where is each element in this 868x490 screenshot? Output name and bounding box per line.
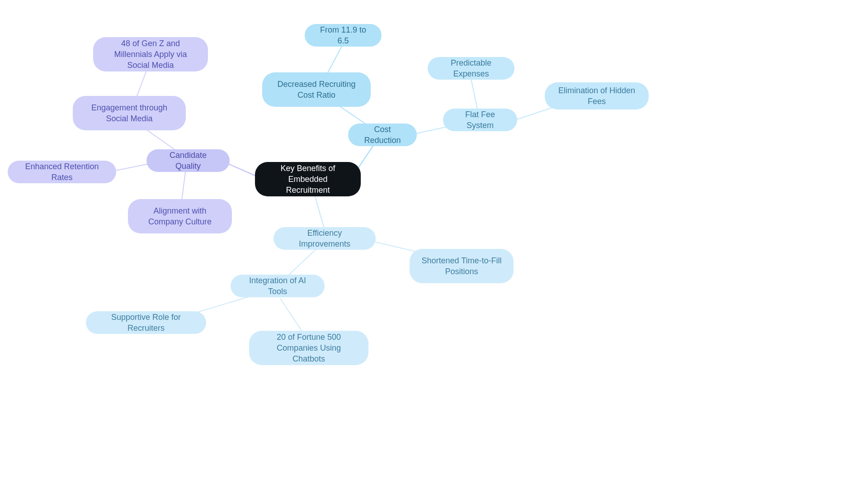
time-to-fill-label: Shortened Time-to-Fill Positions [420,255,503,277]
retention-node[interactable]: Enhanced Retention Rates [8,161,116,183]
efficiency-node[interactable]: Efficiency Improvements [274,227,376,250]
social-media-node[interactable]: Engagement through Social Media [73,96,186,130]
decreased-ratio-label: Decreased Recruiting Cost Ratio [273,79,360,101]
culture-label: Alignment with Company Culture [139,205,221,228]
predictable-node[interactable]: Predictable Expenses [428,57,514,80]
svg-line-2 [326,43,344,77]
decreased-ratio-node[interactable]: Decreased Recruiting Cost Ratio [262,72,371,107]
supportive-label: Supportive Role for Recruiters [97,312,195,334]
hidden-fees-node[interactable]: Elimination of Hidden Fees [545,82,649,109]
from-ratio-label: From 11.9 to 6.5 [316,24,371,47]
social-media-label: Engagement through Social Media [84,102,175,124]
predictable-label: Predictable Expenses [439,57,504,80]
chatbots-label: 20 of Fortune 500 Companies Using Chatbo… [260,332,358,365]
culture-node[interactable]: Alignment with Company Culture [128,199,232,233]
ai-tools-label: Integration of AI Tools [241,275,314,297]
cost-reduction-label: Cost Reduction [359,124,406,146]
cost-reduction-node[interactable]: Cost Reduction [348,124,417,146]
hidden-fees-label: Elimination of Hidden Fees [556,85,638,107]
from-ratio-node[interactable]: From 11.9 to 6.5 [305,24,382,47]
chatbots-node[interactable]: 20 of Fortune 500 Companies Using Chatbo… [249,331,368,365]
ai-tools-node[interactable]: Integration of AI Tools [231,275,325,297]
genz-node[interactable]: 48 of Gen Z and Millennials Apply via So… [93,37,208,71]
candidate-quality-label: Candidate Quality [157,150,219,172]
flat-fee-node[interactable]: Flat Fee System [443,109,517,131]
root-label: Key Benefits of Embedded Recruitment [266,163,350,196]
genz-label: 48 of Gen Z and Millennials Apply via So… [104,38,197,71]
supportive-node[interactable]: Supportive Role for Recruiters [86,311,206,334]
efficiency-label: Efficiency Improvements [284,228,365,250]
candidate-quality-node[interactable]: Candidate Quality [146,149,230,172]
flat-fee-label: Flat Fee System [454,109,506,131]
time-to-fill-node[interactable]: Shortened Time-to-Fill Positions [410,249,514,283]
root-node[interactable]: Key Benefits of Embedded Recruitment [255,162,361,196]
retention-label: Enhanced Retention Rates [19,161,105,183]
